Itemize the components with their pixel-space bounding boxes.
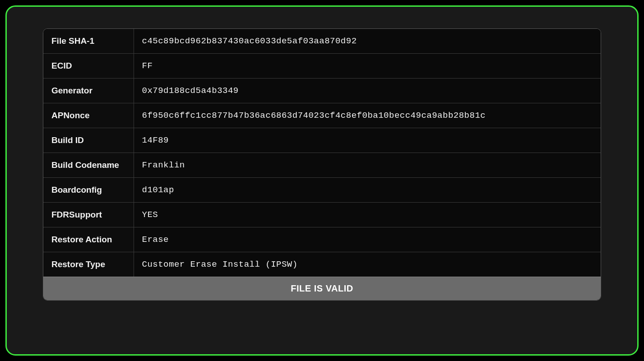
- table-row: Boardconfig d101ap: [43, 178, 601, 203]
- row-label-restore-type: Restore Type: [43, 252, 134, 277]
- table-row: APNonce 6f950c6ffc1cc877b47b36ac6863d740…: [43, 103, 601, 128]
- row-label-generator: Generator: [43, 79, 134, 103]
- row-label-file-sha1: File SHA-1: [43, 29, 134, 54]
- row-value-ecid: FF: [134, 54, 601, 79]
- table-row: Build Codename Franklin: [43, 153, 601, 178]
- row-label-build-codename: Build Codename: [43, 153, 134, 178]
- validation-status: FILE IS VALID: [43, 277, 601, 300]
- row-label-ecid: ECID: [43, 54, 134, 79]
- row-label-restore-action: Restore Action: [43, 227, 134, 252]
- row-value-file-sha1: c45c89bcd962b837430ac6033de5af03aa870d92: [134, 29, 601, 54]
- row-value-generator: 0x79d188cd5a4b3349: [134, 79, 601, 103]
- table-row: Restore Type Customer Erase Install (IPS…: [43, 252, 601, 277]
- table-row: ECID FF: [43, 54, 601, 79]
- table-row: Generator 0x79d188cd5a4b3349: [43, 79, 601, 103]
- row-value-boardconfig: d101ap: [134, 178, 601, 203]
- row-value-restore-action: Erase: [134, 227, 601, 252]
- validation-frame: File SHA-1 c45c89bcd962b837430ac6033de5a…: [5, 5, 639, 356]
- table-row: FDRSupport YES: [43, 203, 601, 227]
- row-value-fdrsupport: YES: [134, 203, 601, 227]
- row-value-build-id: 14F89: [134, 128, 601, 153]
- properties-table: File SHA-1 c45c89bcd962b837430ac6033de5a…: [43, 29, 601, 277]
- row-value-restore-type: Customer Erase Install (IPSW): [134, 252, 601, 277]
- data-panel: File SHA-1 c45c89bcd962b837430ac6033de5a…: [43, 28, 601, 301]
- row-label-build-id: Build ID: [43, 128, 134, 153]
- table-row: File SHA-1 c45c89bcd962b837430ac6033de5a…: [43, 29, 601, 54]
- row-label-fdrsupport: FDRSupport: [43, 203, 134, 227]
- row-label-boardconfig: Boardconfig: [43, 178, 134, 203]
- table-row: Build ID 14F89: [43, 128, 601, 153]
- row-value-build-codename: Franklin: [134, 153, 601, 178]
- row-value-apnonce: 6f950c6ffc1cc877b47b36ac6863d74023cf4c8e…: [134, 103, 601, 128]
- row-label-apnonce: APNonce: [43, 103, 134, 128]
- table-row: Restore Action Erase: [43, 227, 601, 252]
